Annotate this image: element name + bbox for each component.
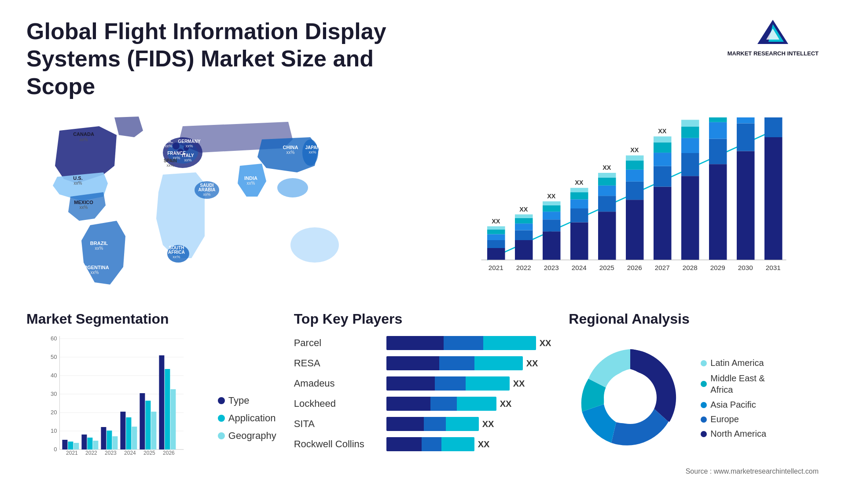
svg-rect-59 <box>515 215 533 218</box>
svg-rect-49 <box>487 248 505 260</box>
player-row: Amadeus XX <box>294 376 551 391</box>
player-value: XX <box>540 338 551 348</box>
svg-rect-69 <box>570 199 588 208</box>
svg-rect-77 <box>598 173 616 178</box>
svg-text:xx%: xx% <box>185 144 193 148</box>
svg-text:XX: XX <box>686 117 694 118</box>
svg-rect-71 <box>570 188 588 192</box>
world-map: CANADA xx% U.S. xx% MEXICO xx% BRAZIL xx… <box>26 113 409 298</box>
reg-legend-mea: Middle East &Africa <box>701 373 766 395</box>
player-bar <box>386 356 523 370</box>
reg-dot-mea <box>701 381 707 387</box>
svg-rect-73 <box>598 212 616 260</box>
svg-rect-149 <box>93 441 98 449</box>
segmentation-chart-area: 0 10 20 30 40 50 60 <box>26 336 276 459</box>
svg-text:2028: 2028 <box>683 264 698 271</box>
svg-rect-88 <box>654 142 672 153</box>
svg-text:xx%: xx% <box>166 163 174 168</box>
svg-rect-65 <box>543 201 561 205</box>
svg-text:20: 20 <box>51 409 57 416</box>
svg-rect-160 <box>145 401 151 449</box>
svg-text:xx%: xx% <box>95 246 103 251</box>
svg-rect-52 <box>487 230 505 234</box>
svg-rect-61 <box>543 231 561 260</box>
svg-rect-92 <box>681 153 699 176</box>
svg-text:xx%: xx% <box>247 181 255 186</box>
logo-text: MARKET RESEARCH INTELLECT <box>727 50 819 58</box>
segmentation-title: Market Segmentation <box>26 311 276 327</box>
svg-rect-89 <box>654 136 672 142</box>
players-list: Parcel XX RESA <box>294 336 551 451</box>
player-bar <box>386 437 474 451</box>
svg-text:2022: 2022 <box>85 450 97 456</box>
logo-icon <box>755 18 790 48</box>
player-row: Rockwell Collins XX <box>294 437 551 451</box>
player-name: Parcel <box>294 337 382 349</box>
svg-text:2021: 2021 <box>66 450 78 456</box>
svg-text:xx%: xx% <box>91 270 99 275</box>
player-value: XX <box>482 419 494 429</box>
svg-rect-79 <box>626 200 644 260</box>
legend-label-geography: Geography <box>228 430 276 442</box>
svg-text:INDIA: INDIA <box>244 175 257 181</box>
players-title: Top Key Players <box>294 311 551 327</box>
svg-text:CANADA: CANADA <box>73 131 94 137</box>
svg-text:U.S.: U.S. <box>73 175 82 181</box>
svg-rect-100 <box>709 117 727 122</box>
donut-chart <box>569 336 692 461</box>
legend-geography: Geography <box>218 430 276 442</box>
reg-label-asia-pacific: Asia Pacific <box>710 400 756 410</box>
svg-rect-103 <box>737 151 755 260</box>
player-bar-container: XX <box>386 397 551 411</box>
svg-text:2029: 2029 <box>710 264 725 271</box>
svg-rect-159 <box>140 393 145 449</box>
page-title: Global Flight Information Display System… <box>26 18 422 100</box>
svg-rect-53 <box>487 226 505 230</box>
svg-text:2021: 2021 <box>489 264 503 271</box>
svg-text:xx%: xx% <box>287 150 295 155</box>
svg-rect-91 <box>681 176 699 260</box>
svg-text:BRAZIL: BRAZIL <box>90 241 108 246</box>
svg-rect-64 <box>543 205 561 212</box>
player-bar <box>386 417 479 431</box>
svg-rect-165 <box>170 389 176 449</box>
reg-dot-latin-america <box>701 360 707 366</box>
svg-text:ARABIA: ARABIA <box>198 187 216 192</box>
player-bar-container: XX <box>386 437 551 451</box>
legend-dot-application <box>218 415 225 422</box>
player-name: SITA <box>294 418 382 430</box>
svg-rect-81 <box>626 170 644 182</box>
reg-label-mea: Middle East &Africa <box>710 373 764 395</box>
player-name: RESA <box>294 358 382 369</box>
svg-text:0: 0 <box>54 446 57 453</box>
svg-rect-153 <box>112 436 118 449</box>
page: Global Flight Information Display System… <box>0 0 845 504</box>
player-value: XX <box>500 399 512 409</box>
reg-label-north-america: North America <box>710 429 766 439</box>
header: Global Flight Information Display System… <box>26 18 819 100</box>
bar-seg2 <box>439 356 474 370</box>
svg-text:xx%: xx% <box>173 255 180 259</box>
svg-rect-74 <box>598 196 616 212</box>
svg-rect-110 <box>764 117 783 137</box>
svg-rect-164 <box>165 369 170 449</box>
svg-point-9 <box>277 178 308 197</box>
svg-rect-143 <box>62 440 67 449</box>
svg-rect-145 <box>73 443 79 449</box>
svg-text:xx%: xx% <box>165 144 172 148</box>
svg-point-8 <box>290 227 339 263</box>
legend-dot-type <box>218 397 225 404</box>
player-row: RESA XX <box>294 356 551 370</box>
svg-rect-98 <box>709 139 727 164</box>
svg-rect-82 <box>626 161 644 170</box>
svg-text:SPAIN: SPAIN <box>164 158 177 163</box>
svg-text:40: 40 <box>51 372 57 379</box>
player-value: XX <box>526 358 538 369</box>
svg-point-167 <box>604 371 657 424</box>
bar-seg1 <box>386 376 435 391</box>
svg-rect-85 <box>654 187 672 260</box>
svg-text:AFRICA: AFRICA <box>168 250 185 255</box>
svg-rect-68 <box>570 208 588 223</box>
reg-legend-europe: Europe <box>701 414 766 424</box>
svg-text:JAPAN: JAPAN <box>305 145 320 150</box>
